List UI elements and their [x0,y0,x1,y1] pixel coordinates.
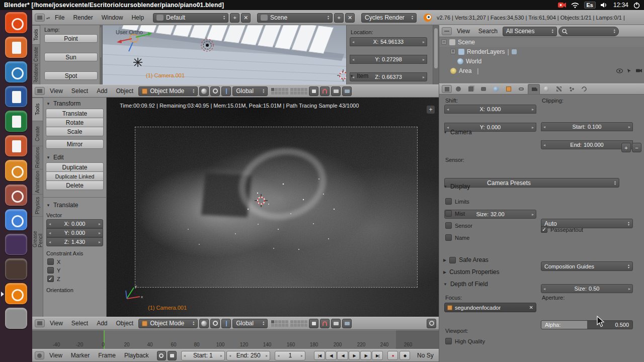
upper-manipulator-translate-icon[interactable] [221,86,231,96]
auto-keyframe-record-button[interactable]: ● [387,351,398,360]
focus-object-field[interactable]: segundoenfocador ✕ [444,303,536,312]
volume-icon[interactable] [601,2,608,8]
tab-physics[interactable] [578,84,590,94]
transform-panel-header[interactable]: Transform [43,98,106,109]
safe-areas-section-header[interactable]: Safe Areas [443,256,489,263]
alpha-slider[interactable]: Alpha: 0.500 [541,320,633,329]
limits-checkbox[interactable] [445,198,452,205]
tab-texture[interactable] [553,84,565,94]
lock-icon[interactable] [309,319,318,328]
upper-layers-widget[interactable] [271,88,307,95]
constraint-x-row[interactable]: X [43,257,106,266]
preview-range-icon[interactable] [157,351,166,360]
expand-icon[interactable]: + [450,49,456,54]
depth-of-field-section-header[interactable]: Depth of Field [443,281,488,288]
proportional-edit-icon[interactable] [427,319,436,328]
menu-add[interactable]: Add [93,319,111,328]
upper-orientation-selector[interactable]: Global [232,86,268,96]
tab-physics[interactable]: Physics [32,194,43,216]
frame-start-field[interactable]: Start: 1 [181,351,225,360]
launcher-chromium[interactable] [5,209,27,230]
upper-shading-selector[interactable] [199,86,209,96]
camera-section-header[interactable]: Camera [443,129,472,136]
keying-set-button[interactable]: ◆ [399,351,410,360]
duplicate-linked-button[interactable]: Duplicate Linked [46,171,104,181]
launcher-archive-manager[interactable] [5,308,27,329]
menu-render[interactable]: Render [69,13,96,22]
tab-tools[interactable]: Tools [32,98,43,121]
camera-presets-selector[interactable]: Camera Presets [444,178,619,188]
constraint-y-row[interactable]: Y [43,266,106,275]
manipulator-translate-icon[interactable] [221,319,231,328]
custom-properties-section-header[interactable]: Custom Properties [443,268,500,276]
tab-relations[interactable]: Relations [32,146,43,169]
timeline-ruler[interactable]: -40 -20 0 20 40 60 80 100 120 140 160 18… [32,330,439,349]
editor-type-timeline-icon[interactable] [35,351,44,359]
clip-start-field[interactable]: Start:0.100 [541,122,633,131]
mist-checkbox[interactable] [445,210,452,217]
passepartout-row[interactable]: Passepartout [541,226,583,233]
current-frame-field[interactable]: 1 [275,351,305,360]
orientation-selector[interactable]: Global [232,319,268,328]
tab-create[interactable]: Create [32,121,43,146]
close-scene-button[interactable]: ✕ [345,13,355,23]
outliner-menu-search[interactable]: Search [475,27,501,36]
next-keyframe-button[interactable]: |▶ [360,351,371,360]
timeline-menu-marker[interactable]: Marker [67,351,93,360]
menu-view[interactable]: View [46,319,66,328]
wifi-icon[interactable] [571,2,579,8]
visibility-eye-icon[interactable] [616,68,623,73]
passepartout-checkbox[interactable] [541,226,547,233]
editor-type-outliner-icon[interactable] [442,27,452,35]
high-quality-row[interactable]: High Quality [445,338,485,344]
jump-start-button[interactable]: |◀ [314,351,325,360]
upper-pivot-selector[interactable] [210,86,220,96]
launcher-blender[interactable] [5,283,27,304]
ortho-3d-viewport[interactable]: User Ortho (1) Camera.001 [103,25,346,84]
upper-menu-select[interactable]: Select [68,86,92,96]
launcher-media-player[interactable] [5,234,27,255]
upper-render-camera-icon[interactable] [331,86,341,96]
shift-x-field[interactable]: X:0.000 [444,105,536,114]
outliner-menu-view[interactable]: View [453,27,473,36]
redo-panel-header[interactable]: Translate [43,200,106,210]
upper-mode-selector[interactable]: Object Mode [138,86,198,96]
scale-button[interactable]: Scale [46,127,104,136]
selectability-arrow-icon[interactable] [627,68,632,73]
prev-keyframe-button[interactable]: ◀| [326,351,337,360]
upper-lock-icon[interactable] [309,86,318,96]
translate-button[interactable]: Translate [46,109,104,118]
frame-end-field[interactable]: End: 250 [226,351,270,360]
add-preset-button[interactable]: + [621,143,631,152]
location-y-field[interactable]: Y:0.27298 [350,55,427,64]
tab-render-layers[interactable] [465,84,477,94]
renderability-camera-icon[interactable] [636,68,642,73]
sensor-checkbox-row[interactable]: Sensor [445,222,472,229]
editor-type-properties-icon[interactable] [442,85,452,93]
timeline-menu-frame[interactable]: Frame [95,351,119,360]
menu-file[interactable]: File [51,13,68,22]
rotate-button[interactable]: Rotate [46,118,104,127]
launcher-libreoffice-impress[interactable] [5,135,27,156]
play-button[interactable]: ▶ [349,351,360,360]
tab-constraints[interactable] [515,84,527,94]
upper-menu-view[interactable]: View [46,86,66,96]
tab-particles[interactable] [566,84,578,94]
layers-widget[interactable] [271,320,307,327]
play-reverse-button[interactable]: ◀ [337,351,348,360]
launcher-ubuntu-software[interactable] [5,160,27,181]
render-opengl-icon[interactable] [342,319,352,328]
tab-animation[interactable]: Animation [32,169,43,194]
passepartout-size-field[interactable]: Size:0.50 [541,284,633,293]
upper-menu-add[interactable]: Add [93,86,111,96]
upper-render-opengl-icon[interactable] [342,86,352,96]
name-checkbox[interactable] [445,234,452,241]
shading-selector[interactable] [199,319,209,328]
vector-z-field[interactable]: Z:1.430 [46,237,103,246]
n-panel-toggle[interactable]: + [427,106,435,114]
tab-scene[interactable] [477,84,490,94]
location-x-field[interactable]: X:54.96133 [350,37,427,46]
vector-y-field[interactable]: Y:0.000 [46,228,103,237]
render-3d-viewport[interactable]: Time:00:09.92 | Remaining:03:40.95 | Mem… [107,98,439,317]
tab-world[interactable] [490,84,502,94]
